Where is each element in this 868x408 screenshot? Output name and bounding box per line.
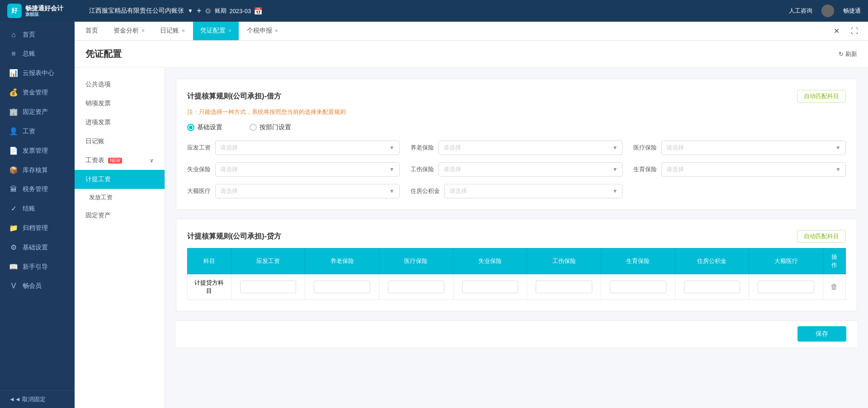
nav-sales-invoice[interactable]: 销项发票 [75, 94, 165, 113]
row-work-injury-cell[interactable] [527, 274, 601, 300]
row-unemployment-input[interactable] [462, 281, 519, 293]
form-item-work-injury: 工伤保险 请选择 ▼ [410, 162, 623, 177]
tab-journal[interactable]: 日记账 × [153, 22, 192, 40]
tab-home[interactable]: 首页 [78, 22, 105, 40]
debit-auto-match-button[interactable]: 自动匹配科目 [797, 90, 846, 103]
sidebar-item-ledger[interactable]: ≡ 总账 [0, 44, 75, 63]
housing-fund-select[interactable]: 请选择 ▼ [444, 184, 623, 198]
row-base-salary-cell[interactable] [231, 274, 305, 300]
row-pension-input[interactable] [314, 281, 370, 293]
row-work-injury-input[interactable] [536, 281, 592, 293]
calendar-icon[interactable]: 📅 [254, 7, 263, 15]
pension-select[interactable]: 请选择 ▼ [439, 141, 623, 155]
sidebar-item-salary[interactable]: 👤 工资 [0, 122, 75, 141]
settings-icon[interactable]: ⚙ [205, 7, 211, 15]
debit-section-title: 计提核算规则(公司承担)-借方 [187, 92, 281, 101]
work-injury-select[interactable]: 请选择 ▼ [439, 162, 623, 177]
tab-finance-analysis[interactable]: 资金分析 × [106, 22, 152, 40]
sidebar-item-tax[interactable]: 🏛 税务管理 [0, 180, 75, 199]
credit-section: 计提核算规则(公司承担)-贷方 自动匹配科目 科目 应发工资 养老保险 医疗保险… [176, 219, 857, 311]
col-pension: 养老保险 [305, 249, 379, 274]
sidebar-item-member[interactable]: V 畅会员 [0, 277, 75, 295]
refresh-label: 刷新 [845, 50, 857, 58]
col-large-medical: 大额医疗 [749, 249, 823, 274]
logo-text: 畅捷通好会计 旗舰版 [25, 5, 63, 18]
tab-voucher-close[interactable]: × [228, 28, 231, 34]
form-item-base-salary: 应发工资 请选择 ▼ [187, 141, 400, 155]
save-button[interactable]: 保存 [797, 326, 846, 342]
unemployment-select[interactable]: 请选择 ▼ [215, 162, 400, 177]
large-medical-placeholder: 请选择 [220, 187, 238, 195]
company-dropdown-icon[interactable]: ▼ [188, 8, 193, 14]
sidebar-item-settings[interactable]: ⚙ 基础设置 [0, 238, 75, 257]
medical-select[interactable]: 请选择 ▼ [661, 141, 846, 155]
radio-dept-settings[interactable]: 按部门设置 [250, 123, 291, 131]
row-base-salary-input[interactable] [240, 281, 297, 293]
report-icon: 📊 [9, 69, 18, 77]
sidebar-item-close[interactable]: ✓ 结账 [0, 199, 75, 218]
nav-accrue-salary[interactable]: 计提工资 [75, 170, 165, 189]
nav-purchase-invoice[interactable]: 进项发票 [75, 113, 165, 132]
nav-fixed-assets[interactable]: 固定资产 [75, 206, 165, 225]
form-item-large-medical: 大额医疗 请选择 ▼ [187, 184, 400, 198]
tab-finance-close[interactable]: × [142, 28, 145, 34]
tab-tax[interactable]: 个税申报 × [240, 22, 285, 40]
sidebar-item-assets[interactable]: 🏢 固定资产 [0, 102, 75, 122]
consult-label[interactable]: 人工咨询 [789, 7, 812, 15]
expand-icon: ∨ [150, 157, 154, 164]
nav-pay-salary[interactable]: 发放工资 [75, 189, 165, 206]
large-medical-arrow: ▼ [389, 188, 395, 194]
add-button[interactable]: + [197, 6, 202, 16]
company-name[interactable]: 江西服宝精品有限责任公司内账张 ▼ + ⚙ 账期 2023-03 📅 [82, 6, 789, 16]
nav-journal[interactable]: 日记账 [75, 132, 165, 151]
sidebar-item-report[interactable]: 📊 云报表中心 [0, 63, 75, 83]
unemployment-placeholder: 请选择 [220, 165, 238, 174]
row-large-medical-cell[interactable] [749, 274, 823, 300]
settings-sidebar-icon: ⚙ [9, 243, 18, 252]
medical-placeholder: 请选择 [666, 144, 684, 152]
base-salary-select[interactable]: 请选择 ▼ [215, 141, 400, 155]
debit-note: 注：只能选择一种方式，系统将按照您当前的选择来配置规则 [187, 108, 846, 116]
col-housing: 住房公积金 [675, 249, 749, 274]
row-pension-cell[interactable] [305, 274, 379, 300]
row-medical-cell[interactable] [379, 274, 453, 300]
sidebar-item-finance[interactable]: 💰 资金管理 [0, 83, 75, 102]
close-tab-btn[interactable]: ✕ [830, 25, 843, 38]
sidebar-label-inventory: 库存核算 [23, 166, 48, 174]
sidebar-item-archive[interactable]: 📁 归档管理 [0, 218, 75, 238]
credit-auto-match-button[interactable]: 自动匹配科目 [797, 230, 846, 243]
delete-row-button[interactable]: 🗑 [830, 283, 838, 291]
salary-icon: 👤 [9, 127, 18, 136]
row-maternity-cell[interactable] [601, 274, 675, 300]
large-medical-select[interactable]: 请选择 ▼ [215, 184, 400, 198]
row-housing-cell[interactable] [675, 274, 749, 300]
radio-basic-settings[interactable]: 基础设置 [187, 123, 222, 131]
row-medical-input[interactable] [388, 281, 444, 293]
tab-journal-close[interactable]: × [182, 28, 185, 34]
sidebar-item-home[interactable]: ⌂ 首页 [0, 25, 75, 44]
tab-right-actions: ✕ ⛶ [830, 22, 864, 40]
refresh-button[interactable]: ↻ 刷新 [839, 50, 857, 58]
row-large-medical-input[interactable] [758, 281, 814, 293]
sidebar-item-invoice[interactable]: 📄 发票管理 [0, 141, 75, 160]
row-maternity-input[interactable] [610, 281, 666, 293]
row-unemployment-cell[interactable] [453, 274, 527, 300]
pension-label: 养老保险 [410, 144, 434, 152]
unpin-button[interactable]: ◄◄ 取消固定 [0, 390, 75, 408]
maternity-arrow: ▼ [835, 166, 841, 173]
tab-tax-close[interactable]: × [275, 28, 278, 34]
archive-icon: 📁 [9, 224, 18, 232]
sidebar-item-inventory[interactable]: 📦 库存核算 [0, 160, 75, 180]
nav-payroll-table[interactable]: 工资表 NEW ∨ [75, 151, 165, 170]
sidebar-label-close: 结账 [23, 205, 35, 213]
sidebar-item-guide[interactable]: 📖 新手引导 [0, 257, 75, 277]
sidebar: ⌂ 首页 ≡ 总账 📊 云报表中心 💰 资金管理 🏢 固定资产 👤 工资 📄 发… [0, 22, 75, 408]
form-item-maternity: 生育保险 请选择 ▼ [633, 162, 846, 177]
logo-sub: 旗舰版 [25, 12, 63, 17]
nav-public-options[interactable]: 公共选项 [75, 75, 165, 94]
tab-voucher-config[interactable]: 凭证配置 × [193, 22, 239, 40]
row-housing-input[interactable] [684, 281, 741, 293]
avatar [821, 5, 834, 17]
maternity-select[interactable]: 请选择 ▼ [661, 162, 846, 177]
expand-btn[interactable]: ⛶ [848, 25, 861, 38]
